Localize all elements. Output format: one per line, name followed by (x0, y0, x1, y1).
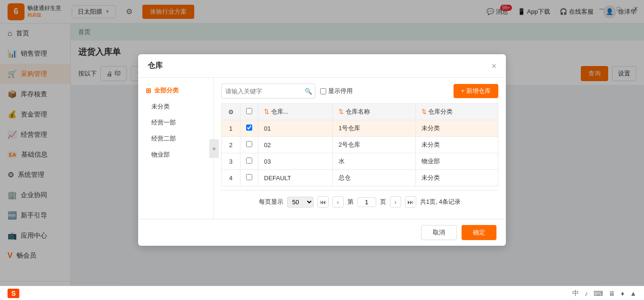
settings-tray-icon[interactable]: ♦ (621, 290, 624, 297)
row-code-3: 03 (258, 153, 333, 170)
row-name-4: 总仓 (333, 170, 415, 186)
row-code-4: DEFAULT (258, 170, 333, 186)
row-category-1: 未分类 (415, 120, 498, 137)
collapse-button[interactable]: « (209, 139, 219, 158)
modal-backdrop: 仓库 × ⊞ 全部分类 未分类 经营一部 经营二部 物业部 « (0, 0, 644, 300)
select-all-checkbox[interactable] (246, 108, 252, 114)
table-row[interactable]: 3 03 水 物业部 (222, 153, 498, 170)
th-settings[interactable]: ⚙ (222, 104, 240, 120)
row-category-4: 未分类 (415, 170, 498, 186)
category-item-property[interactable]: 物业部 (138, 147, 213, 163)
show-disabled-label[interactable]: 显示停用 (320, 87, 353, 95)
tray-arrow-icon[interactable]: ▲ (630, 290, 636, 297)
row-checkbox-3[interactable] (240, 153, 258, 170)
sort-icon: ⇅ (264, 108, 269, 115)
table-scroll-area: ⚙ ⇅ 仓库... ⇅ 仓库名称 (221, 103, 498, 186)
category-item-ops2[interactable]: 经营二部 (138, 131, 213, 147)
modal-close-button[interactable]: × (491, 62, 496, 70)
page-size-label: 每页显示 (259, 198, 283, 206)
category-item-ops1[interactable]: 经营一部 (138, 115, 213, 131)
row-actions-4[interactable]: 4 (222, 170, 240, 186)
table-header: ⚙ ⇅ 仓库... ⇅ 仓库名称 (222, 104, 498, 120)
table-body: 1 01 1号仓库 未分类 2 02 2号仓库 (222, 120, 498, 186)
modal-title: 仓库 (148, 61, 163, 71)
table-area: 🔍 显示停用 + 新增仓库 ⚙ (214, 78, 506, 219)
status-logo: S (8, 289, 19, 298)
th-checkbox (240, 104, 258, 120)
modal-footer: 取消 确定 (138, 219, 506, 246)
page-input[interactable] (357, 197, 376, 207)
sort-icon-name: ⇅ (339, 108, 344, 115)
search-box: 🔍 (221, 83, 315, 99)
keyboard-icon[interactable]: ⌨ (594, 290, 603, 297)
row-name-1: 1号仓库 (333, 120, 415, 137)
zh-icon[interactable]: 中 (572, 289, 579, 298)
grid-icon: ⊞ (146, 87, 151, 94)
modal-header: 仓库 × (138, 54, 506, 78)
table-toolbar: 🔍 显示停用 + 新增仓库 (221, 83, 498, 99)
row-checkbox-1[interactable] (240, 120, 258, 137)
row-name-2: 2号仓库 (333, 137, 415, 153)
modal-body: ⊞ 全部分类 未分类 经营一部 经营二部 物业部 « 🔍 (138, 78, 506, 219)
show-disabled-checkbox[interactable] (320, 88, 326, 94)
th-name: ⇅ 仓库名称 (333, 104, 415, 120)
row-actions-3[interactable]: 3 (222, 153, 240, 170)
row-code-2: 02 (258, 137, 333, 153)
category-all-label: 全部分类 (154, 86, 179, 95)
add-warehouse-button[interactable]: + 新增仓库 (454, 84, 498, 98)
table-row[interactable]: 2 02 2号仓库 未分类 (222, 137, 498, 153)
row-code-1: 01 (258, 120, 333, 137)
pagination: 每页显示 20 50 100 ⏮ ‹ 第 页 › ⏭ 共1页, 4条记录 (221, 190, 498, 213)
th-category: ⇅ 仓库分类 (415, 104, 498, 120)
page-label: 页 (380, 198, 386, 206)
page-label-prefix: 第 (347, 198, 354, 206)
row-category-2: 未分类 (415, 137, 498, 153)
row-name-3: 水 (333, 153, 415, 170)
cancel-button[interactable]: 取消 (421, 225, 457, 240)
sort-icon-cat: ⇅ (421, 108, 427, 115)
row-category-3: 物业部 (415, 153, 498, 170)
search-input[interactable] (225, 88, 305, 95)
row-checkbox-2[interactable] (240, 137, 258, 153)
total-info: 共1页, 4条记录 (420, 198, 461, 206)
prev-page-button[interactable]: ‹ (332, 196, 344, 208)
th-code: ⇅ 仓库... (258, 104, 333, 120)
table-row[interactable]: 1 01 1号仓库 未分类 (222, 120, 498, 137)
row-actions-2[interactable]: 2 (222, 137, 240, 153)
table-row[interactable]: 4 DEFAULT 总仓 未分类 (222, 170, 498, 186)
category-all[interactable]: ⊞ 全部分类 (138, 83, 213, 99)
category-sidebar: ⊞ 全部分类 未分类 经营一部 经营二部 物业部 « (138, 78, 214, 219)
next-page-button[interactable]: › (390, 196, 401, 208)
category-item-uncat[interactable]: 未分类 (138, 99, 213, 115)
first-page-button[interactable]: ⏮ (317, 196, 329, 208)
show-disabled-text: 显示停用 (328, 87, 353, 95)
warehouse-modal: 仓库 × ⊞ 全部分类 未分类 经营一部 经营二部 物业部 « (138, 54, 506, 246)
page-size-select[interactable]: 20 50 100 (287, 197, 314, 208)
monitor-icon[interactable]: 🖥 (609, 290, 615, 297)
audio-icon[interactable]: ♪ (585, 290, 588, 297)
bottom-bar: S 中 ♪ ⌨ 🖥 ♦ ▲ (0, 286, 644, 300)
row-actions-1[interactable]: 1 (222, 120, 240, 137)
warehouse-table: ⚙ ⇅ 仓库... ⇅ 仓库名称 (221, 103, 498, 186)
search-icon[interactable]: 🔍 (305, 88, 312, 95)
bottom-icons: 中 ♪ ⌨ 🖥 ♦ ▲ (572, 289, 636, 298)
confirm-button[interactable]: 确定 (462, 225, 496, 240)
row-checkbox-4[interactable] (240, 170, 258, 186)
last-page-button[interactable]: ⏭ (405, 196, 416, 208)
